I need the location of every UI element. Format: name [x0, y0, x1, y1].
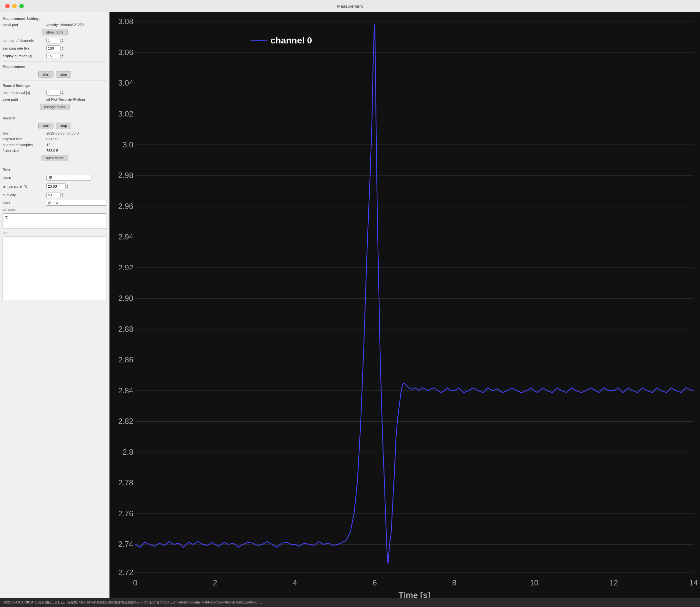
svg-rect-0 — [109, 12, 700, 598]
svg-text:3.06: 3.06 — [118, 48, 133, 57]
measurement-stop-button[interactable]: stop — [56, 71, 71, 78]
folder-size-value: 788.0 B — [46, 149, 59, 152]
traffic-lights — [5, 4, 24, 8]
display-duration-input[interactable] — [46, 53, 61, 59]
svg-text:3.08: 3.08 — [118, 17, 133, 26]
svg-text:2.76: 2.76 — [118, 509, 133, 518]
svg-text:2.82: 2.82 — [118, 417, 133, 425]
statusbar-text: [2022-09-03 00:38:34] 記録を開始しました。保存先: /Us… — [3, 600, 262, 605]
num-channels-arrows[interactable]: ▲ ▼ — [61, 38, 63, 43]
start-row: start 2022-09-03_00-38-3 — [3, 131, 107, 135]
svg-text:2.90: 2.90 — [118, 294, 133, 302]
serial-port-row: serial port /dev/tty.usbserial-21220 — [3, 23, 107, 27]
measurement-header: Measurement — [3, 65, 107, 68]
measurement-start-button[interactable]: start — [38, 71, 54, 78]
svg-text:2.84: 2.84 — [118, 386, 133, 395]
place-input[interactable] — [46, 175, 91, 181]
save-path-label: save path — [3, 98, 44, 101]
plant-label: plant — [3, 201, 44, 205]
folder-size-row: folder size 788.0 B — [3, 149, 107, 152]
sidebar: Measurement Settings serial port /dev/tt… — [0, 12, 109, 598]
svg-text:0: 0 — [133, 578, 137, 587]
start-value: 2022-09-03_00-38-3 — [46, 131, 79, 135]
svg-text:2: 2 — [213, 578, 217, 587]
chart-area: 3.08 3.06 3.04 3.02 3.0 2.98 2.96 2.94 2… — [109, 12, 700, 598]
sampling-rate-row: samping rate [Hz] ▲ ▼ — [3, 45, 107, 51]
svg-text:channel 0: channel 0 — [270, 36, 312, 45]
record-settings-header: Record Settings — [3, 84, 107, 87]
purpose-textarea[interactable] — [3, 213, 107, 229]
open-folder-button[interactable]: open folder — [42, 155, 68, 161]
sampling-rate-arrows[interactable]: ▲ ▼ — [61, 46, 63, 50]
place-row: place — [3, 175, 107, 181]
num-samples-row: nubmer of samples 12 — [3, 143, 107, 147]
note-field-label: note — [3, 231, 44, 235]
open-folder-row: open folder — [3, 155, 107, 161]
place-label: place — [3, 176, 44, 180]
save-path-row: save path ial-Plot-Recorder/Python — [3, 98, 107, 101]
purpose-row: purpose — [3, 208, 107, 211]
plant-row: plant — [3, 200, 107, 206]
temperature-spinner[interactable]: ▲ ▼ — [46, 184, 68, 189]
svg-text:12: 12 — [610, 578, 618, 587]
note-section: place temperature [°C] ▲ ▼ humidity — [3, 174, 107, 301]
num-channels-label: number of channels — [3, 39, 44, 42]
display-duration-spinner[interactable]: ▲ ▼ — [46, 53, 63, 59]
temperature-arrows[interactable]: ▲ ▼ — [66, 184, 68, 189]
sampling-rate-spinner[interactable]: ▲ ▼ — [46, 45, 63, 51]
svg-text:2.96: 2.96 — [118, 202, 133, 210]
elapsed-row: elapsed time 0:00:11 — [3, 137, 107, 141]
record-start-button[interactable]: start — [38, 123, 54, 129]
minimize-button[interactable] — [12, 4, 17, 8]
note-textarea[interactable] — [3, 236, 107, 301]
svg-text:3.0: 3.0 — [123, 140, 133, 149]
display-duration-arrows[interactable]: ▲ ▼ — [61, 54, 63, 58]
svg-text:14: 14 — [689, 578, 698, 587]
folder-size-label: folder size — [3, 149, 44, 152]
display-duration-row: display duration [s] ▲ ▼ — [3, 53, 107, 59]
num-samples-value: 12 — [46, 143, 50, 147]
save-path-value: ial-Plot-Recorder/Python — [46, 98, 85, 101]
num-samples-label: nubmer of samples — [3, 143, 44, 147]
elapsed-value: 0:00:11 — [46, 137, 58, 141]
show-ports-row: show ports — [3, 29, 107, 36]
statusbar: [2022-09-03 00:38:34] 記録を開始しました。保存先: /Us… — [0, 598, 700, 607]
num-channels-input[interactable] — [46, 38, 61, 43]
purpose-label: purpose — [3, 208, 44, 211]
change-folder-button[interactable]: change folder — [40, 104, 70, 110]
record-interval-arrows[interactable]: ▲ ▼ — [61, 90, 63, 95]
svg-text:2.72: 2.72 — [118, 568, 133, 577]
window-title: Measurement — [337, 4, 363, 9]
main-content: Measurement Settings serial port /dev/tt… — [0, 12, 700, 598]
measurement-settings-header: Measurement Settings — [3, 17, 107, 21]
svg-text:2.88: 2.88 — [118, 325, 133, 333]
serial-port-label: serial port — [3, 23, 44, 27]
humidity-arrows[interactable]: ▲ ▼ — [61, 193, 63, 197]
record-interval-input[interactable] — [46, 90, 61, 96]
humidity-input[interactable] — [46, 192, 61, 198]
svg-text:8: 8 — [452, 578, 456, 587]
svg-text:3.02: 3.02 — [118, 109, 133, 118]
change-folder-row: change folder — [3, 104, 107, 110]
humidity-label: humidity — [3, 193, 44, 197]
serial-port-value: /dev/tty.usbserial-21220 — [46, 23, 84, 27]
close-button[interactable] — [5, 4, 10, 8]
show-ports-button[interactable]: show ports — [42, 29, 67, 36]
record-interval-row: record interval [s] ▲ ▼ — [3, 90, 107, 96]
svg-text:Time [s]: Time [s] — [398, 591, 430, 598]
temperature-row: temperature [°C] ▲ ▼ — [3, 184, 107, 189]
svg-text:2.74: 2.74 — [118, 540, 133, 549]
sampling-rate-input[interactable] — [46, 45, 61, 51]
record-btn-row: start stop — [3, 123, 107, 129]
record-interval-label: record interval [s] — [3, 91, 44, 95]
maximize-button[interactable] — [19, 4, 24, 8]
humidity-spinner[interactable]: ▲ ▼ — [46, 192, 63, 198]
num-channels-spinner[interactable]: ▲ ▼ — [46, 38, 63, 43]
svg-text:2.8: 2.8 — [123, 448, 133, 456]
temperature-input[interactable] — [46, 184, 66, 189]
plant-input[interactable] — [46, 200, 107, 206]
num-channels-row: number of channels ▲ ▼ — [3, 38, 107, 43]
record-interval-spinner[interactable]: ▲ ▼ — [46, 90, 63, 96]
sampling-rate-label: samping rate [Hz] — [3, 46, 44, 50]
record-stop-button[interactable]: stop — [56, 123, 71, 129]
